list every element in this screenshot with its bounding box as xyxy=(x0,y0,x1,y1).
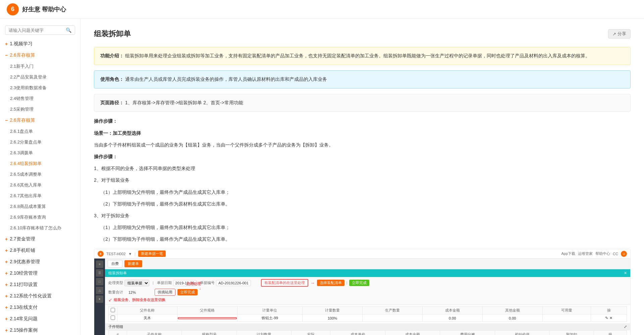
mock-parent-header-row: 父件名称 父件规格 计量单位 计量数量 生产数量 成本金额 其他金额 可用量 操 xyxy=(109,306,627,315)
mock-date-label: 单据日期 xyxy=(157,280,172,285)
sidebar-item-system[interactable]: + 2.12系统个性化设置 xyxy=(0,290,80,302)
mock-enable-input[interactable]: 供填站用 xyxy=(155,289,175,296)
mock-order-field: 单据编号 AD-20191226-001 xyxy=(200,280,251,286)
role-label: 使用角色： xyxy=(100,76,124,82)
search-area: 🔍 xyxy=(0,22,80,38)
sidebar-item-sales[interactable]: 2.4销售管理 xyxy=(0,93,80,104)
step2-sub2: （2）下部明细为子件明细，最终作为原材料生成其它出库单。 xyxy=(94,200,631,208)
sidebar-item-inventory[interactable]: − 2.6库存核算 xyxy=(0,115,80,126)
coupon-expand-icon: + xyxy=(5,259,8,265)
mock-order-val[interactable]: AD-20191226-001 xyxy=(216,280,251,286)
mock-user-avatar: U xyxy=(621,251,627,257)
mock-parent-row1-qty: 100% xyxy=(303,315,363,322)
sidebar-item-mobile[interactable]: + 2.8手机旺铺 xyxy=(0,245,80,256)
mock-sep2: | xyxy=(346,281,347,285)
search-input[interactable] xyxy=(9,28,66,33)
mock-left-nav: ≡ ☰ □ △ ✦ xyxy=(94,259,105,335)
mock-expand-icon2[interactable]: ⤢ xyxy=(624,325,627,329)
mock-child-th-action: 操 xyxy=(594,331,627,335)
mock-th-avail: 可用量 xyxy=(542,306,591,315)
mock-main-wrapper: ≡ ☰ □ △ ✦ 自费 新建单 xyxy=(94,259,630,335)
mock-child-header: 子件明细 ⤢ xyxy=(105,323,630,330)
mock-child-th-deduct: 附加扣 xyxy=(550,331,594,335)
mock-topbar: 6 TEST-H002 ▼ | 新建单据一笔 App下载 运维管家 帮助中心 C… xyxy=(94,249,630,259)
path-text: 1、库存核算->库存管理->组装拆卸单 2、首页->常用功能 xyxy=(125,100,243,105)
sidebar-item-pay[interactable]: + 2.13在线支付 xyxy=(0,302,80,313)
sidebar-item-adjust[interactable]: 2.6.3调拨单 xyxy=(0,148,80,158)
faq-expand-icon: + xyxy=(5,316,8,322)
mock-edit-icon[interactable]: ✎ xyxy=(605,316,608,320)
mock-ops-link[interactable]: 运维管家 xyxy=(578,251,593,256)
print-expand-icon: + xyxy=(5,282,8,287)
mock-divider1: | xyxy=(135,252,136,256)
mock-new-btn[interactable]: 新建单据一笔 xyxy=(138,250,166,257)
mock-parent-row1-cb xyxy=(109,315,117,322)
mock-parent-row1-spec xyxy=(177,315,237,322)
mock-confirm-btn[interactable]: 立即完成 xyxy=(349,280,369,286)
sidebar-item-goods-cost[interactable]: 2.6.8商品成本重算 xyxy=(0,201,80,212)
mock-content: 自费 新建单 组装拆卸单 ✕ xyxy=(105,259,630,335)
mock-app-link[interactable]: App下载 xyxy=(561,251,576,256)
share-button[interactable]: ↗ 分享 xyxy=(608,29,631,39)
mock-tabs: 自费 新建单 xyxy=(105,259,630,269)
mock-child-th-no: # xyxy=(109,331,127,335)
step3-sub2: （2）下部明细为子件明细，最终作为产成品生成其它入库单。 xyxy=(94,235,631,243)
mock-child-table: # 子件名称 规格型号 计划数量 实际 成本单价 成本金额 费用分摊 初始价值 xyxy=(108,330,627,335)
sidebar-item-purchase[interactable]: 2.5采购管理 xyxy=(0,104,80,115)
search-box[interactable]: 🔍 xyxy=(5,25,75,35)
sidebar-item-in-other[interactable]: 2.6.6其他入库单 xyxy=(0,180,80,190)
mock-th-cost: 成本金额 xyxy=(422,306,482,315)
mock-help-link[interactable]: 帮助中心 xyxy=(595,251,610,256)
gold-expand-icon: + xyxy=(5,236,8,242)
mock-th-unit: 计量单位 xyxy=(237,306,302,315)
mock-arrow-down: ↓ xyxy=(199,286,201,290)
mock-parent-spec-highlight[interactable] xyxy=(178,317,237,319)
sidebar-item-install[interactable]: 2.2产品安装及登录 xyxy=(0,72,80,82)
sidebar-item-count[interactable]: 2.6.1盘点单 xyxy=(0,126,80,137)
sidebar-item-docs[interactable]: − 2.6库存核算 xyxy=(0,50,80,61)
mock-tab-new[interactable]: 新建单 xyxy=(124,260,142,267)
mock-child-th-name: 子件名称 xyxy=(127,331,181,335)
mock-row1-checkbox[interactable] xyxy=(111,316,115,320)
mock-parent-row-1: 关木 铁铝土-99 100% 0.00 0.00 xyxy=(109,315,627,322)
steps-label: 操作步骤： xyxy=(94,153,631,161)
mock-qty-label: 数量合计 xyxy=(108,290,123,295)
mock-select-bom-btn[interactable]: 选择装配清单 xyxy=(317,280,344,286)
step2: 2、对于组装业务 xyxy=(94,176,631,184)
mock-parent-table: 父件名称 父件规格 计量单位 计量数量 生产数量 成本金额 其他金额 可用量 操 xyxy=(108,306,627,322)
mock-cc-link[interactable]: CC xyxy=(613,252,618,256)
sidebar-item-stock-query[interactable]: 2.6.9库存账本查询 xyxy=(0,212,80,223)
sidebar-item-out-other[interactable]: 2.6.7其他出库单 xyxy=(0,190,80,201)
sidebar-item-faq[interactable]: + 2.14常见问题 xyxy=(0,313,80,325)
sidebar-item-print[interactable]: + 2.11打印设置 xyxy=(0,279,80,290)
search-icon[interactable]: 🔍 xyxy=(66,27,71,33)
mock-delete-icon[interactable]: ✕ xyxy=(609,316,612,320)
sidebar-item-coupon[interactable]: + 2.9优惠券管理 xyxy=(0,256,80,268)
sidebar-item-mgmt[interactable]: + 2.10经营管理 xyxy=(0,268,80,279)
sidebar-item-newbie[interactable]: 2.1新手入门 xyxy=(0,61,80,72)
mock-type-label: 处理类型 xyxy=(108,280,123,285)
mock-close-icon[interactable]: ✕ xyxy=(624,271,627,275)
mock-assembly-annotation-text: 组装业务、拆卸业务在这里切换 xyxy=(114,297,165,302)
expand-icon: + xyxy=(5,41,8,47)
sidebar-item-stock-error[interactable]: 2.6.10库存账本错了怎么办 xyxy=(0,223,80,233)
logo-text: 好生意 帮助中心 xyxy=(22,5,66,13)
sidebar-item-gold[interactable]: + 2.7资金管理 xyxy=(0,233,80,245)
sidebar-item-case[interactable]: + 2.15操作案例 xyxy=(0,325,80,335)
mock-select-all[interactable] xyxy=(111,308,115,312)
sidebar-item-assembly[interactable]: 2.6.4组装拆卸单 xyxy=(0,158,80,169)
sidebar-item-cost[interactable]: 2.6.5成本调整单 xyxy=(0,169,80,180)
mock-type-select[interactable]: 组装单据 拆卸单据 xyxy=(124,280,149,286)
main-layout: 🔍 + 1.视频学习 − 2.6库存核算 2.1新手入门 2.2产品安装及登录 … xyxy=(0,19,644,335)
mock-tab-zifei[interactable]: 自费 xyxy=(108,260,122,268)
mock-qty-val: 12% xyxy=(128,290,136,294)
collapse-icon: − xyxy=(5,53,8,58)
step3-sub1: （1）上部明细为父件明细，最终作为原材料生成其它出库单； xyxy=(94,223,631,232)
sidebar-item-prepare[interactable]: 2.3使用前数据准备 xyxy=(0,82,80,93)
sidebar-item-video[interactable]: + 1.视频学习 xyxy=(0,38,80,50)
mock-th-checkbox xyxy=(109,306,117,315)
mock-parent-row1-prod xyxy=(362,315,422,322)
mock-child-th-cost: 成本金额 xyxy=(385,331,440,335)
sidebar-item-partial[interactable]: 2.6.2分量盘点单 xyxy=(0,137,80,148)
mock-child-label: 子件明细 xyxy=(108,324,123,329)
